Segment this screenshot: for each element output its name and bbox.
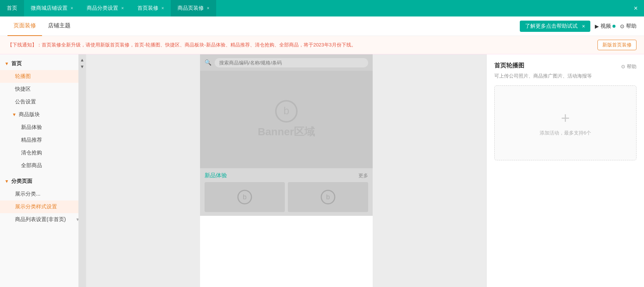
right-panel-header: 首页轮播图 ⊙ 帮助 xyxy=(494,62,636,71)
right-panel: 首页轮播图 ⊙ 帮助 可上传公司照片、商品推广图片、活动海报等 + 添加活动，最… xyxy=(486,54,644,287)
notice-text: 【下线通知】：首页装修全新升级，请使用新版首页装修，首页-轮播图、快捷区、商品板… xyxy=(8,42,591,48)
help-banner: 了解更多点击帮助试试 × xyxy=(520,21,590,32)
add-banner-label: 添加活动，最多支持6个 xyxy=(540,130,591,136)
preview-panel: 🔍 b Banner区域 xyxy=(86,54,486,287)
tab-store-settings[interactable]: 微商城店铺设置 × xyxy=(24,0,80,16)
sidebar-item-category-style[interactable]: 展示分类样式设置 xyxy=(0,200,86,213)
add-banner-box[interactable]: + 添加活动，最多支持6个 xyxy=(494,85,636,160)
sidebar-section-home[interactable]: ▼ 首页 xyxy=(0,57,86,70)
tab-home-decoration-close[interactable]: × xyxy=(161,6,164,11)
sidebar-subsection-product-blocks[interactable]: ▼ 商品版块 xyxy=(0,108,86,121)
tab-category-settings-close[interactable]: × xyxy=(121,6,124,11)
sidebar-item-new-experience-label: 新品体验 xyxy=(21,124,42,130)
tab-bar: 首页 微商城店铺设置 × 商品分类设置 × 首页装修 × 商品页装修 × × xyxy=(0,0,644,16)
sidebar-item-carousel-label: 轮播图 xyxy=(15,73,31,79)
sidebar-section-category-label: 分类页面 xyxy=(11,178,32,185)
help-banner-text: 了解更多点击帮助试试 xyxy=(525,23,578,30)
right-panel-help-link[interactable]: ⊙ 帮助 xyxy=(621,63,636,70)
product-grid: b b xyxy=(205,182,368,212)
search-icon: 🔍 xyxy=(205,59,212,66)
search-input-preview[interactable] xyxy=(215,58,368,67)
subtab-page-decoration-label: 页面装修 xyxy=(14,22,36,29)
collapse-up-arrow: ▲ xyxy=(80,57,84,63)
help-label: 帮助 xyxy=(626,23,636,30)
subtab-store-theme[interactable]: 店铺主题 xyxy=(42,16,77,36)
tab-store-settings-label: 微商城店铺设置 xyxy=(31,5,68,12)
product-section-header: 新品体验 更多 xyxy=(205,172,368,179)
sidebar-item-clearance-label: 清仓抢购 xyxy=(21,149,42,155)
collapse-down-arrow: ▼ xyxy=(80,64,84,69)
sidebar-item-new-experience[interactable]: 新品体验 xyxy=(0,121,86,134)
sidebar-item-product-list-setting[interactable]: 商品列表设置(非首页) ▼ xyxy=(0,213,86,226)
main-area: ▼ 首页 轮播图 快捷区 公告设置 ▼ 商品版块 新品体验 精品推荐 xyxy=(0,54,644,287)
question-circle-icon: ⊙ xyxy=(621,64,625,69)
banner-area: b Banner区域 xyxy=(200,71,373,168)
window-close-button[interactable]: × xyxy=(627,0,644,16)
plus-icon: + xyxy=(561,110,570,127)
new-decoration-button[interactable]: 新版首页装修 xyxy=(597,40,636,50)
right-panel-subtitle: 可上传公司照片、商品推广图片、活动海报等 xyxy=(494,73,636,79)
sidebar-section-home-label: 首页 xyxy=(11,60,22,67)
expand-arrow-product-blocks: ▼ xyxy=(12,112,17,117)
video-link[interactable]: ▶ 视频 xyxy=(595,23,615,30)
subtab-bar: 页面装修 店铺主题 了解更多点击帮助试试 × ▶ 视频 ⊙ 帮助 xyxy=(0,16,644,36)
help-banner-close[interactable]: × xyxy=(582,23,585,29)
subtab-page-decoration[interactable]: 页面装修 xyxy=(8,16,42,36)
subtab-right-area: 了解更多点击帮助试试 × ▶ 视频 ⊙ 帮助 xyxy=(520,21,636,32)
tab-product-decoration-close[interactable]: × xyxy=(207,6,209,11)
notice-bar: 【下线通知】：首页装修全新升级，请使用新版首页装修，首页-轮播图、快捷区、商品板… xyxy=(0,36,644,54)
sidebar-item-carousel[interactable]: 轮播图 xyxy=(0,70,86,83)
sidebar-item-category-style-label: 展示分类样式设置 xyxy=(15,203,57,209)
phone-frame: 🔍 b Banner区域 xyxy=(200,54,373,287)
product-item-1: b xyxy=(205,182,285,212)
product-section: 新品体验 更多 b b xyxy=(200,168,373,216)
tab-category-settings[interactable]: 商品分类设置 × xyxy=(80,0,131,16)
product-section-title: 新品体验 xyxy=(205,172,227,179)
tab-product-decoration[interactable]: 商品页装修 × xyxy=(171,0,216,16)
sidebar-collapse-handle[interactable]: ▲ ▼ xyxy=(78,54,86,287)
banner-logo: b Banner区域 xyxy=(258,100,315,139)
subtab-store-theme-label: 店铺主题 xyxy=(48,22,71,29)
tab-category-settings-label: 商品分类设置 xyxy=(87,5,118,12)
product-icon-2: b xyxy=(320,190,336,205)
sidebar-item-show-category[interactable]: 展示分类... xyxy=(0,188,86,200)
sidebar-item-all-products-label: 全部商品 xyxy=(21,162,42,168)
expand-arrow-category: ▼ xyxy=(5,179,9,184)
product-item-2: b xyxy=(288,182,368,212)
sidebar-item-clearance[interactable]: 清仓抢购 xyxy=(0,146,86,159)
sidebar-item-product-list-label: 商品列表设置(非首页) xyxy=(15,216,66,223)
right-panel-title: 首页轮播图 xyxy=(494,62,524,70)
help-link[interactable]: ⊙ 帮助 xyxy=(620,23,636,30)
tab-store-settings-close[interactable]: × xyxy=(71,6,73,11)
product-more: 更多 xyxy=(358,172,368,179)
sidebar-subsection-product-blocks-label: 商品版块 xyxy=(19,111,40,118)
tab-home[interactable]: 首页 xyxy=(0,0,24,16)
sidebar-item-all-products[interactable]: 全部商品 xyxy=(0,159,86,172)
product-icon-1: b xyxy=(237,190,252,205)
play-icon: ▶ xyxy=(595,23,599,29)
svg-text:b: b xyxy=(283,105,289,117)
expand-arrow-home: ▼ xyxy=(5,61,9,66)
dot-icon xyxy=(612,25,615,28)
window-close-icon: × xyxy=(634,4,638,12)
sidebar-item-premium-label: 精品推荐 xyxy=(21,137,42,143)
video-label: 视频 xyxy=(600,23,611,30)
banner-text: Banner区域 xyxy=(258,125,315,139)
sidebar-inner: ▼ 首页 轮播图 快捷区 公告设置 ▼ 商品版块 新品体验 精品推荐 xyxy=(0,54,86,229)
sidebar-item-notice-label: 公告设置 xyxy=(15,99,36,105)
sidebar-item-shortcut-label: 快捷区 xyxy=(15,86,31,92)
sidebar-section-category[interactable]: ▼ 分类页面 xyxy=(0,175,86,188)
tab-home-decoration-label: 首页装修 xyxy=(137,5,158,12)
sidebar-item-show-category-label: 展示分类... xyxy=(15,191,41,197)
sidebar: ▼ 首页 轮播图 快捷区 公告设置 ▼ 商品版块 新品体验 精品推荐 xyxy=(0,54,86,287)
sidebar-item-shortcut[interactable]: 快捷区 xyxy=(0,83,86,96)
banner-brand-icon: b xyxy=(275,100,298,123)
tab-product-decoration-label: 商品页装修 xyxy=(178,5,204,12)
search-bar-preview: 🔍 xyxy=(200,54,373,71)
tab-home-label: 首页 xyxy=(7,5,17,12)
sidebar-item-notice[interactable]: 公告设置 xyxy=(0,96,86,108)
right-panel-help-label: 帮助 xyxy=(627,63,636,70)
tab-home-decoration[interactable]: 首页装修 × xyxy=(131,0,171,16)
svg-text:b: b xyxy=(326,193,330,201)
sidebar-item-premium[interactable]: 精品推荐 xyxy=(0,134,86,146)
